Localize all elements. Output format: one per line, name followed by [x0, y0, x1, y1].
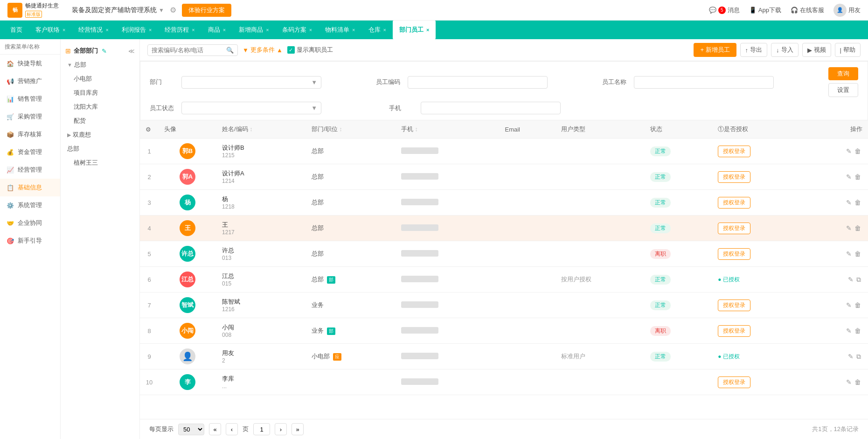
tab-barcode-close[interactable]: × [309, 27, 312, 33]
tab-profit-close[interactable]: × [149, 27, 152, 33]
filter-phone-input[interactable] [421, 102, 561, 114]
tab-customer[interactable]: 客户联络 × [29, 21, 72, 39]
filter-code-input[interactable] [408, 76, 548, 89]
sidebar-item-quicknav[interactable]: 🏠 快捷导航 [0, 55, 60, 72]
col-name[interactable]: 姓名/编码 ↕ [216, 120, 306, 139]
col-phone[interactable]: 手机 ↕ [396, 120, 499, 139]
tab-home[interactable]: 首页 [4, 21, 29, 39]
filter-dept-select[interactable]: ▼ [181, 76, 321, 89]
tab-operation-close[interactable]: × [105, 27, 108, 33]
tab-bom[interactable]: 物料清单 × [319, 21, 361, 39]
delete-button[interactable]: 🗑 [854, 199, 861, 206]
edit-button[interactable]: ✎ [846, 327, 852, 334]
delete-button[interactable]: 🗑 [854, 147, 861, 155]
tab-barcode[interactable]: 条码方案 × [276, 21, 319, 39]
sidebar-item-marketing[interactable]: 📢 营销推广 [0, 72, 60, 90]
delete-button[interactable]: 🗑 [854, 250, 861, 258]
edit-button[interactable]: ✎ [846, 173, 852, 181]
col-dept[interactable]: 部门/职位 ↕ [306, 120, 396, 139]
auth-login-button[interactable]: 授权登录 [718, 376, 750, 388]
per-page-select[interactable]: 50 20 100 [178, 424, 204, 435]
show-resign-checkbox[interactable]: ✓ [287, 46, 295, 54]
edit-button[interactable]: ✎ [848, 353, 854, 360]
more-filter-button[interactable]: ▼ 更多条件 ▲ [243, 46, 283, 54]
tab-goods[interactable]: 商品 × [201, 21, 232, 39]
delete-button[interactable]: 🗑 [854, 301, 861, 309]
filter-status-select[interactable]: ▼ [181, 102, 321, 114]
edit-button[interactable]: ✎ [846, 378, 852, 386]
tab-staff-close[interactable]: × [426, 27, 429, 33]
copy-button[interactable]: ⧉ [856, 353, 861, 360]
sidebar-item-guide[interactable]: 🎯 新手引导 [0, 232, 60, 250]
tree-item-xiaodibu[interactable]: 小电部 [61, 72, 139, 86]
auth-login-button[interactable]: 授权登录 [718, 325, 750, 337]
try-plan-button[interactable]: 体验行业方案 [182, 4, 231, 17]
filter-name-input[interactable] [634, 76, 774, 89]
edit-button[interactable]: ✎ [846, 199, 852, 206]
sidebar-item-biz[interactable]: 📈 经营管理 [0, 161, 60, 179]
add-employee-button[interactable]: + 新增员工 [694, 43, 736, 57]
show-resign-toggle[interactable]: ✓ 显示离职员工 [287, 46, 333, 54]
tree-item-shuanglu[interactable]: ▶ 双鹿想 [61, 128, 139, 142]
auth-login-button[interactable]: 授权登录 [718, 146, 750, 157]
edit-button[interactable]: ✎ [846, 147, 852, 155]
auth-login-button[interactable]: 授权登录 [718, 300, 750, 311]
export-button[interactable]: ↑ 导出 [740, 43, 768, 57]
edit-button[interactable]: ✎ [848, 276, 854, 283]
sidebar-item-collab[interactable]: 🤝 企业协同 [0, 214, 60, 232]
online-service-item[interactable]: 🎧 在线客服 [791, 6, 824, 14]
edit-button[interactable]: ✎ [846, 224, 852, 232]
auth-login-button[interactable]: 授权登录 [718, 223, 750, 234]
tab-warehouse-close[interactable]: × [383, 27, 386, 33]
tab-profit[interactable]: 利润报告 × [115, 21, 158, 39]
tree-item-zongbu2[interactable]: 总部 [61, 142, 139, 156]
settings-icon[interactable]: ⚙ [170, 6, 176, 14]
tree-item-zhishu[interactable]: 植树王三 [61, 156, 139, 170]
tree-item-peihuo[interactable]: 配货 [61, 114, 139, 128]
tree-item-zongbu-parent[interactable]: ▼ 总部 [61, 58, 139, 72]
sidebar-item-stock[interactable]: 📦 库存核算 [0, 125, 60, 143]
tab-add-goods[interactable]: 新增商品 × [232, 21, 275, 39]
delete-button[interactable]: 🗑 [854, 224, 861, 232]
next-page-button[interactable]: › [275, 423, 287, 435]
edit-button[interactable]: ✎ [846, 250, 852, 258]
sidebar-item-finance[interactable]: 💰 资金管理 [0, 143, 60, 161]
tab-goods-close[interactable]: × [223, 27, 226, 33]
user-item[interactable]: 👤 用友 [833, 4, 861, 17]
prev-page-button[interactable]: ‹ [226, 423, 238, 435]
tab-customer-close[interactable]: × [62, 27, 65, 33]
copy-button[interactable]: ⧉ [856, 276, 861, 283]
tab-bom-close[interactable]: × [352, 27, 355, 33]
reset-button[interactable]: 设置 [828, 83, 858, 97]
tree-item-project[interactable]: 项目库房 [61, 86, 139, 100]
sidebar-item-system[interactable]: ⚙️ 系统管理 [0, 196, 60, 214]
tab-history-close[interactable]: × [192, 27, 194, 33]
delete-button[interactable]: 🗑 [854, 173, 861, 181]
sidebar-item-purchase[interactable]: 🛒 采购管理 [0, 108, 60, 125]
search-input[interactable] [152, 47, 226, 54]
app-download-item[interactable]: 📱 App下载 [749, 6, 781, 14]
page-number-input[interactable] [253, 423, 270, 435]
tab-history[interactable]: 经营历程 × [158, 21, 201, 39]
tab-operation[interactable]: 经营情况 × [72, 21, 115, 39]
query-button[interactable]: 查询 [828, 67, 858, 80]
dept-edit-icon[interactable]: ✎ [102, 48, 107, 55]
first-page-button[interactable]: « [209, 423, 221, 435]
sidebar-item-basic[interactable]: 📋 基础信息 [0, 179, 60, 196]
edit-button[interactable]: ✎ [846, 301, 852, 309]
help-button[interactable]: | 帮助 [835, 43, 861, 57]
tab-add-goods-close[interactable]: × [266, 27, 269, 33]
auth-login-button[interactable]: 授权登录 [718, 171, 750, 183]
import-button[interactable]: ↓ 导入 [771, 43, 799, 57]
tab-staff[interactable]: 部门员工 × [393, 21, 436, 39]
last-page-button[interactable]: » [292, 423, 304, 435]
delete-button[interactable]: 🗑 [854, 327, 861, 334]
tab-warehouse[interactable]: 仓库 × [362, 21, 393, 39]
dept-collapse-icon[interactable]: ≪ [128, 48, 135, 55]
sidebar-search-input[interactable] [5, 43, 61, 50]
message-item[interactable]: 💬 5 消息 [709, 6, 740, 14]
auth-login-button[interactable]: 授权登录 [718, 197, 750, 209]
delete-button[interactable]: 🗑 [854, 378, 861, 386]
tree-item-shenyang[interactable]: 沈阳大库 [61, 100, 139, 114]
auth-login-button[interactable]: 授权登录 [718, 248, 750, 260]
